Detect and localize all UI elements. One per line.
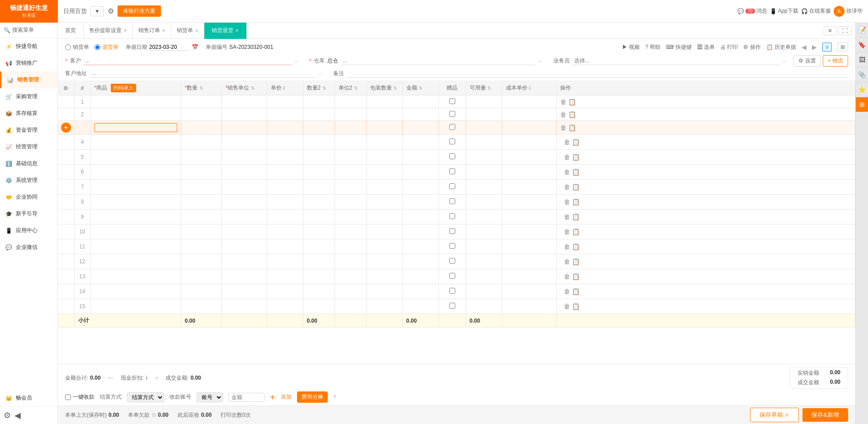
delete-btn-5[interactable]: 🗑 <box>564 153 570 161</box>
dropdown-btn[interactable]: ▼ <box>90 6 104 16</box>
save-new-btn[interactable]: 保存&新增 <box>802 408 848 422</box>
sidebar-item-purchase[interactable]: 🛒 采购管理 <box>0 88 57 105</box>
message-btn[interactable]: 💬 70 消息 <box>737 7 767 15</box>
gift-checkbox-14[interactable] <box>449 288 455 294</box>
warehouse-input[interactable] <box>341 57 535 65</box>
delete-btn-11[interactable]: 🗑 <box>564 243 570 250</box>
side-btn-3[interactable]: 🖼 <box>856 52 868 67</box>
tab-sale-delivery[interactable]: 销货单 ✕ <box>171 23 204 39</box>
gift-checkbox-7[interactable] <box>449 183 455 189</box>
copy-btn-11[interactable]: 📋 <box>572 243 580 250</box>
gift-checkbox-2[interactable] <box>449 111 455 117</box>
tab-sale-order[interactable]: 销售订单 ✕ <box>133 23 171 39</box>
scan-btn[interactable]: 扫码录入 <box>111 84 136 92</box>
fenyong-help-btn[interactable]: ? <box>333 394 336 400</box>
delete-btn-15[interactable]: 🗑 <box>564 303 570 310</box>
side-btn-4[interactable]: 📎 <box>856 67 868 82</box>
delete-btn-10[interactable]: 🗑 <box>564 228 570 235</box>
tab-home[interactable]: 首页 <box>58 23 84 39</box>
copy-btn-2[interactable]: 📋 <box>568 111 576 118</box>
delete-btn-4[interactable]: 🗑 <box>564 138 570 146</box>
save-draft-btn[interactable]: 保存草稿 ∧ <box>750 408 799 422</box>
side-btn-6[interactable]: ⊞ <box>856 97 868 112</box>
video-btn[interactable]: ▶ 视频 <box>622 43 640 51</box>
sidebar-search[interactable]: 🔍 搜索菜单 <box>0 23 57 38</box>
user-avatar[interactable]: 头 徐泽华 <box>834 6 863 17</box>
gift-checkbox-1[interactable] <box>449 98 455 104</box>
delete-btn-13[interactable]: 🗑 <box>564 273 570 280</box>
copy-btn-14[interactable]: 📋 <box>572 288 580 295</box>
copy-btn-3[interactable]: 📋 <box>568 124 576 131</box>
add-payment-btn[interactable]: + <box>270 393 275 402</box>
side-btn-2[interactable]: 🔖 <box>856 38 868 52</box>
gift-checkbox-9[interactable] <box>449 213 455 219</box>
copy-btn-7[interactable]: 📋 <box>572 183 580 191</box>
settings-bottom-btn[interactable]: ⚙ <box>4 410 11 420</box>
type-sale-radio[interactable]: 销货单 <box>65 43 89 51</box>
logistics-btn[interactable]: + 物流 <box>823 55 848 67</box>
close-tab-btn[interactable]: ✕ <box>824 26 836 35</box>
th-config[interactable]: ⚙ <box>58 81 74 95</box>
address-input[interactable] <box>90 69 316 78</box>
sidebar-item-inventory[interactable]: 📦 库存核算 <box>0 105 57 122</box>
remark-input[interactable] <box>347 69 848 78</box>
delete-btn-6[interactable]: 🗑 <box>564 168 570 176</box>
sidebar-item-member[interactable]: 👑 畅会员 <box>0 390 57 406</box>
setting-btn[interactable]: ⚙ 设置 <box>793 55 821 67</box>
copy-btn-9[interactable]: 📋 <box>572 213 580 220</box>
side-btn-5[interactable]: ⭐ <box>856 82 868 97</box>
history-btn[interactable]: 📋 历史单据 <box>766 43 796 51</box>
account-select[interactable]: 账号 <box>197 392 223 402</box>
app-download-btn[interactable]: 📱 App下载 <box>770 7 798 15</box>
next-doc-btn[interactable]: ▶ <box>812 43 817 51</box>
gift-checkbox-4[interactable] <box>449 138 455 144</box>
goods-input-3[interactable] <box>94 123 177 132</box>
sidebar-item-quicknav[interactable]: ⚡ 快捷导航 <box>0 38 57 55</box>
copy-btn-5[interactable]: 📋 <box>572 153 580 161</box>
copy-btn-12[interactable]: 📋 <box>572 258 580 265</box>
gift-checkbox-15[interactable] <box>449 303 455 309</box>
sidebar-item-enterprise[interactable]: 🤝 企业协同 <box>0 189 57 205</box>
select-btn[interactable]: ☰ 选单 <box>697 43 715 51</box>
tab-sale-price-close[interactable]: ✕ <box>123 28 127 33</box>
sidebar-item-marketing[interactable]: 📢 营销推广 <box>0 55 57 71</box>
gift-checkbox-6[interactable] <box>449 168 455 174</box>
gift-checkbox-12[interactable] <box>449 258 455 264</box>
payment-method-select[interactable]: 结算方式 <box>127 392 164 402</box>
copy-btn-4[interactable]: 📋 <box>572 138 580 146</box>
delete-btn-7[interactable]: 🗑 <box>564 183 570 191</box>
warehouse-more[interactable]: ··· <box>538 58 542 64</box>
gift-checkbox-3[interactable] <box>449 124 455 130</box>
sidebar-item-basic[interactable]: ℹ️ 基础信息 <box>0 155 57 172</box>
tab-sale-return[interactable]: 销货退货 ✕ <box>204 23 246 39</box>
expand-tab-btn[interactable]: ⛶ <box>838 26 852 35</box>
copy-btn-10[interactable]: 📋 <box>572 228 580 235</box>
online-service-btn[interactable]: 🎧 在线客服 <box>801 7 831 15</box>
tab-sale-price[interactable]: 售价提取设置 ✕ <box>84 23 133 39</box>
date-input[interactable] <box>149 44 190 51</box>
gift-checkbox-5[interactable] <box>449 153 455 159</box>
operate-btn[interactable]: ⚙ 操作 <box>743 43 760 51</box>
sidebar-item-sales[interactable]: 📊 销售管理 <box>0 71 57 88</box>
gear-icon[interactable]: ⚙ <box>108 7 114 15</box>
help-btn[interactable]: ? 帮助 <box>645 43 660 51</box>
customer-input[interactable] <box>84 57 292 65</box>
copy-btn-8[interactable]: 📋 <box>572 198 580 205</box>
type-return-radio[interactable]: 退货单 <box>94 43 118 51</box>
view-list-btn[interactable]: ≡ <box>822 43 832 52</box>
shortcut-btn[interactable]: ⌨ 快捷键 <box>666 43 691 51</box>
sidebar-item-guide[interactable]: 🎓 新手引导 <box>0 205 57 222</box>
prev-doc-btn[interactable]: ◀ <box>802 43 807 51</box>
fenyong-btn[interactable]: 费用分摊 <box>297 391 328 403</box>
tab-sale-return-close[interactable]: ✕ <box>235 28 239 33</box>
salesperson-more[interactable]: ··· <box>782 58 786 64</box>
print-btn[interactable]: 🖨 打印 <box>720 43 738 51</box>
discount-info-btn[interactable]: ℹ <box>146 375 148 381</box>
sidebar-item-wechat[interactable]: 💬 企业微信 <box>0 239 57 256</box>
delete-btn-8[interactable]: 🗑 <box>564 198 570 205</box>
amount-input[interactable] <box>228 393 264 402</box>
collapse-btn[interactable]: ◀ <box>14 410 21 420</box>
sidebar-item-operation[interactable]: 📈 经营管理 <box>0 138 57 155</box>
tab-sale-order-close[interactable]: ✕ <box>162 28 165 33</box>
salesperson-input[interactable] <box>572 57 780 65</box>
